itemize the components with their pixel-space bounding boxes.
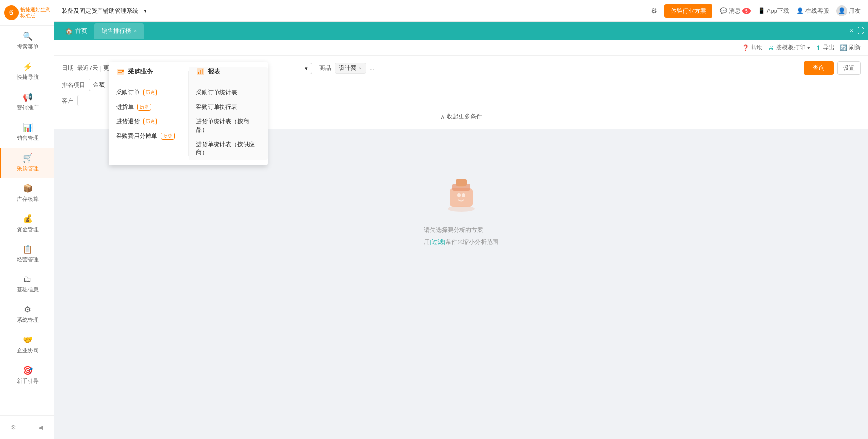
- user-label: 用友: [849, 7, 861, 15]
- sidebar-collapse-btn[interactable]: ◀: [34, 419, 48, 435]
- sidebar: 6 畅捷通好生意 标准版 🔍 搜索菜单 ⚡ 快捷导航 📢 营销推广 📊 销售管理…: [0, 0, 54, 439]
- svg-rect-4: [456, 179, 467, 186]
- sidebar-item-basic[interactable]: 🗂 基础信息: [0, 269, 54, 299]
- goods-label: 商品: [319, 64, 331, 72]
- purchase-section-header: 采购业务: [116, 67, 181, 80]
- svg-rect-8: [122, 70, 124, 72]
- purchase-expense-history-badge: 历史: [161, 133, 175, 140]
- svg-rect-12: [202, 69, 203, 74]
- purchase-menu-column: 采购业务 采购订单 历史 进货单 历史 进货退货 历史: [109, 67, 188, 160]
- sidebar-item-search[interactable]: 🔍 搜索菜单: [0, 26, 54, 56]
- svg-rect-10: [198, 72, 199, 74]
- tab-close-btn[interactable]: ×: [134, 28, 137, 34]
- system-title: 装备及固定资产辅助管理系统: [62, 7, 138, 15]
- money-icon: 💰: [23, 214, 33, 224]
- refresh-icon: 🔄: [840, 44, 847, 51]
- purchase-order-history-badge: 历史: [143, 89, 157, 96]
- tab-bar-actions: × ⛶: [849, 27, 864, 35]
- dropdown-menu-content: 采购业务 采购订单 历史 进货单 历史 进货退货 历史: [109, 67, 268, 160]
- menu-item-goods-return[interactable]: 进货退货 历史: [116, 114, 181, 129]
- purchase-section-icon: [116, 67, 125, 76]
- gear-icon: ⚙: [24, 305, 31, 315]
- menu-item-purchase-order[interactable]: 采购订单 历史: [116, 85, 181, 100]
- tab-sales-ranking[interactable]: 销售排行榜 ×: [94, 23, 144, 39]
- chevron-down-icon: ▾: [144, 7, 147, 14]
- logo: 6 畅捷通好生意 标准版: [0, 0, 54, 26]
- ranking-label: 排名项目: [62, 81, 85, 89]
- page-area: ❓ 帮助 🖨 按模板打印 ▾ ⬆ 导出 🔄 刷新: [54, 40, 868, 439]
- menu-item-purchase-order-stats[interactable]: 采购订单统计表: [196, 85, 261, 100]
- help-icon: ❓: [742, 44, 749, 51]
- sidebar-item-purchase[interactable]: 🛒 采购管理: [0, 148, 54, 178]
- page-toolbar: ❓ 帮助 🖨 按模板打印 ▾ ⬆ 导出 🔄 刷新: [54, 40, 868, 56]
- menu-item-goods-stats-by-product[interactable]: 进货单统计表（按商品）: [196, 114, 261, 137]
- empty-hint: 请先选择要分析的方案 用[过滤]条件来缩小分析范围: [424, 224, 498, 248]
- menu-item-purchase-expense[interactable]: 采购费用分摊单 历史: [116, 129, 181, 143]
- menu-item-goods-stats-by-supplier[interactable]: 进货单统计表（按供应商）: [196, 137, 261, 160]
- box-icon: 📦: [23, 183, 33, 193]
- system-dropdown[interactable]: ▾: [144, 7, 147, 14]
- menu-item-purchase-order-exec[interactable]: 采购订单执行表: [196, 100, 261, 114]
- clipboard-icon: 📋: [23, 244, 33, 254]
- sidebar-item-sales[interactable]: 📊 销售管理: [0, 117, 54, 148]
- setting-btn[interactable]: 设置: [837, 61, 861, 75]
- sidebar-bottom: ⚙ ◀: [0, 415, 54, 439]
- settings-icon: ⚙: [11, 424, 16, 431]
- collapse-arrow-icon: ∧: [440, 113, 445, 120]
- message-btn[interactable]: 💬 消息 5: [720, 7, 751, 15]
- message-icon: 💬: [720, 7, 727, 14]
- print-icon: 🖨: [768, 44, 774, 51]
- help-btn[interactable]: ❓ 帮助: [742, 44, 763, 52]
- date-label: 日期: [62, 64, 73, 72]
- avatar-icon: 👤: [836, 5, 847, 16]
- online-service-btn[interactable]: 👤 在线客服: [796, 7, 829, 15]
- customer-label: 客户: [62, 97, 73, 105]
- sidebar-item-operation[interactable]: 📋 经营管理: [0, 239, 54, 269]
- sidebar-item-system[interactable]: ⚙ 系统管理: [0, 299, 54, 330]
- home-icon: 🏠: [65, 28, 73, 35]
- lightning-icon: ⚡: [23, 62, 33, 72]
- sidebar-item-inventory[interactable]: 📦 库存核算: [0, 178, 54, 208]
- sidebar-item-quick-nav[interactable]: ⚡ 快捷导航: [0, 56, 54, 87]
- action-buttons: 查询 设置: [804, 61, 861, 75]
- sidebar-settings-btn[interactable]: ⚙: [6, 419, 21, 435]
- empty-illustration: [439, 170, 484, 217]
- tab-bar: 🏠 首页 销售排行榜 × × ⛶: [54, 22, 868, 40]
- cart-icon: 🛒: [23, 153, 33, 163]
- export-btn[interactable]: ⬆ 导出: [816, 44, 834, 52]
- settings-config-icon[interactable]: ⚙: [651, 6, 657, 15]
- sidebar-item-finance[interactable]: 💰 资金管理: [0, 208, 54, 239]
- sidebar-item-marketing[interactable]: 📢 营销推广: [0, 87, 54, 117]
- purchase-dropdown-menu: 采购业务 采购订单 历史 进货单 历史 进货退货 历史: [109, 62, 268, 165]
- target-icon: 🎯: [23, 365, 33, 375]
- print-dropdown-icon: ▾: [807, 44, 810, 51]
- logo-icon: 6: [4, 5, 19, 20]
- date-7days-btn[interactable]: 最近7天: [77, 64, 98, 72]
- search-icon: 🔍: [23, 31, 33, 41]
- refresh-btn[interactable]: 🔄 刷新: [840, 44, 861, 52]
- filter-goods: 商品 设计费 × ...: [319, 63, 374, 74]
- header-actions: ⚙ 体验行业方案 💬 消息 5 📱 App下载 👤 在线客服 👤 用友: [651, 4, 861, 18]
- top-header: 装备及固定资产辅助管理系统 ▾ ⚙ 体验行业方案 💬 消息 5 📱 App下载 …: [54, 0, 868, 22]
- tab-home[interactable]: 🏠 首页: [58, 23, 94, 39]
- query-btn[interactable]: 查询: [804, 61, 834, 75]
- message-label: 消息: [729, 7, 741, 15]
- goods-tag[interactable]: 设计费 ×: [335, 63, 366, 74]
- database-icon: 🗂: [24, 275, 32, 284]
- close-window-btn[interactable]: ×: [849, 27, 853, 35]
- maximize-btn[interactable]: ⛶: [857, 27, 864, 35]
- report-menu-column: 报表 采购订单统计表 采购订单执行表 进货单统计表（按商品） 进货单统计表（按供: [189, 67, 268, 160]
- industry-btn[interactable]: 体验行业方案: [664, 4, 712, 18]
- goods-tag-close[interactable]: ×: [358, 65, 362, 72]
- collapse-icon: ◀: [39, 424, 43, 431]
- user-avatar[interactable]: 👤 用友: [836, 5, 861, 16]
- goods-more-btn[interactable]: ...: [370, 65, 375, 72]
- main-content: 装备及固定资产辅助管理系统 ▾ ⚙ 体验行业方案 💬 消息 5 📱 App下载 …: [54, 0, 868, 439]
- sidebar-item-enterprise[interactable]: 🤝 企业协同: [0, 330, 54, 360]
- sidebar-item-guide[interactable]: 🎯 新手引导: [0, 360, 54, 390]
- menu-item-goods-receipt[interactable]: 进货单 历史: [116, 100, 181, 114]
- svg-point-0: [448, 206, 475, 212]
- report-section-header: 报表: [196, 67, 261, 80]
- print-btn[interactable]: 🖨 按模板打印 ▾: [768, 44, 810, 52]
- app-download-btn[interactable]: 📱 App下载: [758, 7, 789, 15]
